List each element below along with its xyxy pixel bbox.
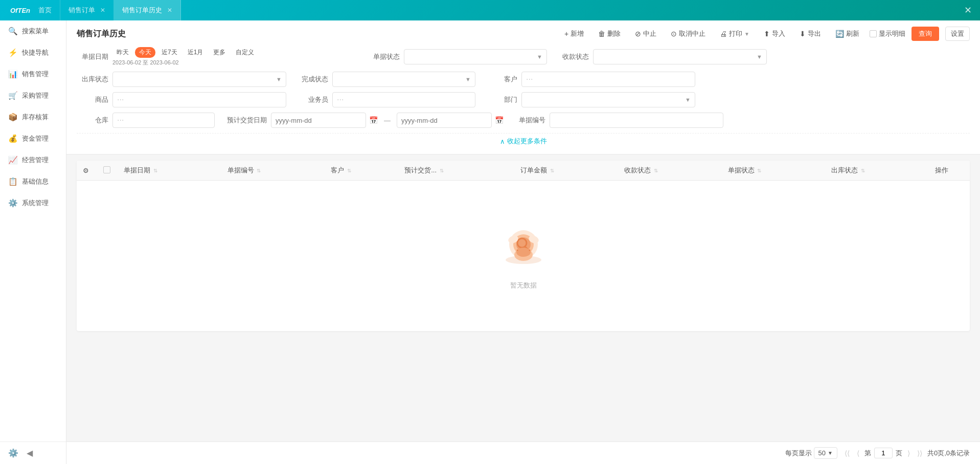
bill-no-label: 单据编号 [514, 116, 550, 125]
date-range-section: 昨天 今天 近7天 近1月 更多 自定义 2023-06-02 至 2023-0… [112, 47, 358, 67]
tab-home[interactable]: 首页 [30, 0, 60, 20]
empty-state-cell: 暂无数据 [77, 181, 970, 332]
tab-sales-order[interactable]: 销售订单 ✕ [60, 0, 114, 20]
empty-text: 暂无数据 [510, 281, 537, 290]
print-button[interactable]: 🖨 打印 ▼ [716, 27, 754, 40]
sidebar-item-system[interactable]: ⚙️ 系统管理 [0, 192, 66, 214]
th-settings[interactable]: ⚙ [77, 161, 97, 181]
expected-date-start[interactable] [271, 113, 366, 128]
date-tag-7days[interactable]: 近7天 [157, 47, 181, 58]
import-icon: ⬆ [764, 30, 770, 38]
prev-page-button[interactable]: ⟨ [855, 448, 861, 458]
sidebar-item-operations[interactable]: 📈 经营管理 [0, 149, 66, 171]
operations-icon: 📈 [8, 156, 18, 165]
settings-button[interactable]: 设置 [945, 27, 970, 41]
salesman-select[interactable]: ··· [332, 92, 475, 107]
sidebar-item-finance[interactable]: 💰 资金管理 [0, 128, 66, 149]
cancel-stop-icon: ⊙ [671, 30, 677, 38]
sidebar-item-basic-info[interactable]: 📋 基础信息 [0, 171, 66, 192]
th-checkbox[interactable] [97, 161, 118, 181]
tab-sales-order-history-close[interactable]: ✕ [167, 7, 172, 14]
data-table: ⚙ 单据日期 ⇅ 单据编号 ⇅ [77, 161, 970, 331]
date-tag-more[interactable]: 更多 [209, 47, 230, 58]
collapse-more[interactable]: ∧ 收起更多条件 [77, 133, 970, 149]
settings-bottom-icon[interactable]: ⚙️ [8, 448, 18, 458]
sidebar-item-quicknav[interactable]: ⚡ 快捷导航 [0, 42, 66, 63]
expected-date-label: 预计交货日期 [225, 116, 271, 125]
out-status-arrow: ▼ [276, 76, 282, 82]
th-bill-date[interactable]: 单据日期 ⇅ [118, 161, 221, 181]
import-button[interactable]: ⬆ 导入 [760, 27, 789, 40]
page-size-select-box[interactable]: 50 ▼ [814, 447, 837, 459]
page-label: 页 [896, 449, 902, 458]
date-tag-custom[interactable]: 自定义 [232, 47, 258, 58]
current-page-input[interactable] [874, 448, 893, 458]
salesman-label: 业务员 [297, 95, 332, 104]
export-button[interactable]: ⬇ 导出 [795, 27, 825, 40]
th-customer[interactable]: 客户 ⇅ [325, 161, 398, 181]
complete-status-select[interactable]: ▼ [332, 72, 475, 87]
dept-select[interactable]: ▼ [521, 92, 695, 107]
th-expected-delivery[interactable]: 预计交货... ⇅ [398, 161, 514, 181]
date-tag-1month[interactable]: 近1月 [184, 47, 208, 58]
goods-select[interactable]: ··· [112, 92, 286, 107]
tab-sales-order-history[interactable]: 销售订单历史 ✕ [114, 0, 181, 20]
tab-sales-order-close[interactable]: ✕ [100, 7, 105, 14]
sidebar-item-search[interactable]: 🔍 搜索菜单 [0, 20, 66, 42]
first-page-button[interactable]: ⟨⟨ [842, 448, 852, 458]
cancel-stop-button[interactable]: ⊙ 取消中止 [667, 27, 710, 40]
add-icon: + [564, 30, 568, 38]
warehouse-select[interactable]: ··· [112, 113, 215, 128]
stop-button[interactable]: ⊘ 中止 [631, 27, 660, 40]
out-status-label: 出库状态 [77, 75, 112, 84]
out-status-select[interactable]: ▼ [112, 72, 286, 87]
th-bill-status[interactable]: 单据状态 ⇅ [722, 161, 826, 181]
add-button[interactable]: + 新增 [560, 27, 588, 40]
query-button[interactable]: 查询 [911, 27, 939, 41]
date-separator: — [381, 117, 394, 124]
page-title: 销售订单历史 [77, 29, 126, 39]
filter-row-3: 商品 ··· 业务员 ··· 部门 ▼ [77, 92, 970, 107]
inventory-icon: 📦 [8, 113, 18, 122]
complete-status-arrow: ▼ [465, 76, 471, 82]
collapse-sidebar-icon[interactable]: ◀ [27, 448, 33, 458]
last-page-button[interactable]: ⟩⟩ [915, 448, 924, 458]
content-area: 销售订单历史 + 新增 🗑 删除 ⊘ 中止 ⊙ [66, 20, 980, 464]
sidebar-item-inventory[interactable]: 📦 库存核算 [0, 106, 66, 128]
next-page-button[interactable]: ⟩ [905, 448, 912, 458]
sort-icon-customer: ⇅ [347, 168, 351, 173]
table-header: ⚙ 单据日期 ⇅ 单据编号 ⇅ [77, 161, 970, 181]
refresh-button[interactable]: 🔄 刷新 [831, 27, 863, 40]
table-settings-icon[interactable]: ⚙ [83, 167, 89, 174]
svg-point-9 [516, 248, 531, 257]
calendar-start-icon[interactable]: 📅 [369, 116, 378, 124]
th-bill-no[interactable]: 单据编号 ⇅ [221, 161, 325, 181]
page-size-label: 每页显示 [785, 449, 812, 458]
bill-status-select[interactable]: ▼ [404, 49, 547, 64]
select-all-checkbox[interactable] [103, 166, 110, 173]
th-order-amount[interactable]: 订单金额 ⇅ [514, 161, 618, 181]
customer-select[interactable]: ··· [521, 72, 695, 87]
main-layout: 🔍 搜索菜单 ⚡ 快捷导航 📊 销售管理 🛒 采购管理 📦 库存核算 💰 资金管… [0, 20, 980, 464]
th-payment-status[interactable]: 收款状态 ⇅ [618, 161, 722, 181]
date-tag-today[interactable]: 今天 [135, 47, 155, 58]
page-title-row: 销售订单历史 + 新增 🗑 删除 ⊘ 中止 ⊙ [77, 27, 970, 41]
sidebar-item-sales[interactable]: 📊 销售管理 [0, 63, 66, 85]
show-details-checkbox[interactable]: 显示明细 [870, 29, 905, 38]
complete-status-label: 完成状态 [297, 75, 332, 84]
sort-icon-billstatus: ⇅ [757, 168, 761, 173]
payment-status-select[interactable]: ▼ [593, 49, 767, 64]
goods-label: 商品 [77, 95, 112, 104]
calendar-end-icon[interactable]: 📅 [495, 116, 504, 124]
delete-button[interactable]: 🗑 删除 [594, 27, 625, 40]
window-close-button[interactable]: ✕ [962, 3, 974, 18]
sidebar-item-purchase[interactable]: 🛒 采购管理 [0, 85, 66, 106]
empty-state: 暂无数据 [77, 181, 970, 331]
expected-date-range: 📅 — 📅 [271, 113, 504, 128]
expected-date-end[interactable] [397, 113, 492, 128]
sidebar-bottom: ⚙️ ◀ [0, 441, 66, 464]
th-out-status[interactable]: 出库状态 ⇅ [825, 161, 929, 181]
date-tag-yesterday[interactable]: 昨天 [112, 47, 133, 58]
bill-no-input[interactable] [550, 113, 723, 128]
filter-row-1: 单据日期 昨天 今天 近7天 近1月 更多 自定义 2023-06-02 至 2… [77, 47, 970, 67]
